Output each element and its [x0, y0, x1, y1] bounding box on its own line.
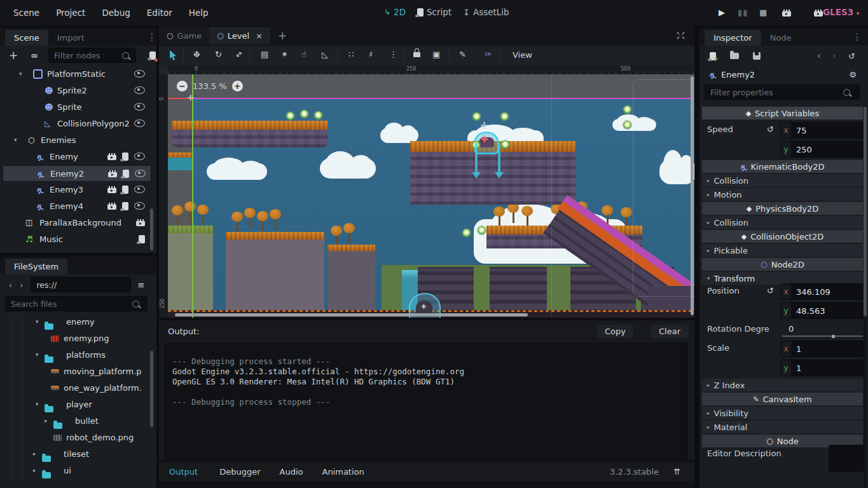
tab-game[interactable]: ○ Game: [159, 27, 209, 44]
add-node-button[interactable]: +: [9, 49, 18, 62]
fold-motion[interactable]: ▸Motion: [702, 188, 863, 201]
speed-y-field[interactable]: y250: [780, 141, 864, 158]
ruler-tool-icon[interactable]: ◺: [322, 50, 328, 59]
expand-bottom-panel-icon[interactable]: ⇈: [673, 467, 680, 477]
file-row-enemy-png[interactable]: enemy.png: [3, 330, 150, 346]
fold-collision2[interactable]: ▸Collision: [702, 216, 863, 229]
zoom-in-button[interactable]: +: [232, 81, 243, 92]
connections-icon[interactable]: [107, 153, 116, 160]
distraction-free-icon[interactable]: ↖↗↙↘: [677, 32, 685, 39]
folder-row-player[interactable]: ▾ player: [3, 396, 150, 412]
folder-row-tileset[interactable]: ▸ tileset: [3, 446, 150, 461]
fold-transform-expanded[interactable]: ▾Transform: [702, 272, 863, 285]
tree-row-sprite2[interactable]: ☻ Sprite2: [3, 83, 150, 98]
folder-row-ui[interactable]: ▸ ui: [3, 463, 150, 478]
scale-tool-icon[interactable]: ↔: [233, 48, 244, 60]
menu-editor[interactable]: Editor: [139, 8, 181, 18]
folder-row-bullet[interactable]: ▸ bullet: [3, 413, 150, 428]
bottom-tab-audio[interactable]: Audio: [280, 467, 303, 477]
tree-row-platformstatic[interactable]: ▾ PlatformStatic: [3, 66, 150, 81]
path-field[interactable]: [31, 277, 131, 292]
zoom-level[interactable]: 133.5 %: [193, 81, 227, 91]
clear-button[interactable]: Clear: [651, 325, 688, 338]
connections-icon[interactable]: [107, 186, 116, 193]
visibility-icon[interactable]: [134, 186, 145, 193]
menu-project[interactable]: Project: [48, 8, 93, 18]
script-icon[interactable]: [139, 235, 145, 243]
zoom-out-button[interactable]: −: [177, 81, 188, 92]
selected-enemy-node[interactable]: ✛ ✛: [467, 106, 511, 182]
vertical-scrollbar[interactable]: [691, 76, 694, 315]
history-forward-icon[interactable]: ›: [20, 280, 23, 290]
rotation-slider[interactable]: [782, 336, 863, 337]
file-row-one-way-platform[interactable]: one_way_platform.: [3, 380, 150, 395]
section-physicsbody2d[interactable]: ◆PhysicsBody2D: [702, 202, 863, 215]
revert-icon[interactable]: ↺: [767, 286, 774, 295]
tree-row-music[interactable]: ♬ Music: [3, 231, 150, 247]
group-object-icon[interactable]: ▣: [432, 50, 440, 59]
2d-viewport-canvas[interactable]: ✚ ✛ ✛ ✛ − 133.5 % +: [168, 74, 694, 318]
tab-scene[interactable]: Scene: [5, 30, 48, 46]
fold-visibility[interactable]: ▸Visibility: [702, 407, 863, 419]
fold-collision[interactable]: ▸Collision: [702, 174, 863, 187]
collapse-icon[interactable]: ▾: [14, 137, 17, 143]
editor-description-field[interactable]: [829, 445, 864, 471]
tree-row-parallaxbackground[interactable]: ◫ ParallaxBackground: [3, 215, 150, 230]
mode-assetlib[interactable]: ↧ AssetLib: [463, 7, 509, 17]
tab-inspector[interactable]: Inspector: [705, 30, 761, 46]
visibility-icon[interactable]: [134, 86, 145, 94]
folder-row-enemy[interactable]: ▾ enemy: [3, 314, 150, 329]
inspector-scrollbar[interactable]: [864, 107, 867, 316]
tree-row-sprite[interactable]: ☻ Sprite: [3, 99, 150, 114]
tools-icon[interactable]: ⚙: [849, 70, 857, 79]
history-forward-icon[interactable]: ›: [832, 50, 836, 62]
fold-pickable[interactable]: ▸Pickable: [702, 244, 863, 257]
visibility-icon[interactable]: [134, 202, 145, 210]
section-script-variables[interactable]: ◆Script Variables: [702, 107, 863, 119]
close-icon[interactable]: ×: [256, 31, 263, 41]
visibility-icon[interactable]: [135, 170, 146, 177]
scale-x-field[interactable]: x1: [780, 341, 864, 357]
tree-row-enemy[interactable]: ጿ Enemy: [3, 149, 150, 164]
scene-dock-menu-icon[interactable]: ⋮: [148, 32, 156, 42]
pause-button[interactable]: ▮▮: [738, 8, 748, 17]
speed-x-field[interactable]: x75: [780, 122, 864, 139]
selection-handle[interactable]: [498, 143, 500, 173]
visibility-icon[interactable]: [134, 119, 145, 127]
menu-debug[interactable]: Debug: [93, 8, 138, 18]
skeleton-options-icon[interactable]: ✑: [485, 50, 492, 59]
connections-icon[interactable]: [107, 203, 116, 210]
move-tool-icon[interactable]: ↔↕: [193, 47, 203, 62]
tab-node[interactable]: Node: [761, 30, 801, 46]
instance-scene-button[interactable]: ∞: [31, 50, 38, 60]
pixel-snap-tool-icon[interactable]: ✶: [281, 50, 288, 59]
file-row-moving-platform[interactable]: moving_platform.p: [3, 363, 150, 379]
skeleton-icon[interactable]: ✎: [459, 50, 466, 59]
attach-script-button[interactable]: [149, 51, 156, 60]
view-menu[interactable]: View: [513, 50, 532, 60]
rotation-value[interactable]: 0: [789, 324, 794, 334]
horizontal-scrollbar[interactable]: [175, 313, 528, 316]
visibility-icon[interactable]: [134, 152, 145, 160]
tab-filesystem[interactable]: FileSystem: [5, 259, 67, 274]
select-tool-icon[interactable]: [169, 50, 178, 60]
play-scene-button[interactable]: [782, 10, 791, 17]
menu-help[interactable]: Help: [181, 8, 217, 18]
tab-import[interactable]: Import: [48, 30, 93, 46]
list-select-tool-icon[interactable]: ▤: [261, 50, 268, 59]
file-row-robot-demo[interactable]: robot_demo.png: [3, 430, 150, 445]
move-gizmo-icon[interactable]: ✛: [480, 120, 492, 132]
revert-icon[interactable]: ↺: [767, 125, 774, 134]
connections-icon[interactable]: [136, 219, 145, 226]
collapse-icon[interactable]: ▾: [19, 71, 22, 77]
smart-snap-icon[interactable]: ∷: [348, 50, 354, 59]
new-tab-button[interactable]: +: [278, 29, 287, 42]
pan-tool-icon[interactable]: ☝: [301, 50, 307, 59]
scene-tree-scrollbar[interactable]: [150, 208, 153, 250]
history-back-icon[interactable]: ‹: [9, 280, 12, 290]
tree-row-collisionpolygon2[interactable]: ◺ CollisionPolygon2: [3, 116, 150, 131]
script-icon[interactable]: [122, 152, 128, 161]
position-y-field[interactable]: y48.563: [780, 302, 864, 319]
history-back-icon[interactable]: ‹: [817, 50, 821, 62]
fold-material[interactable]: ▸Material: [702, 421, 863, 433]
